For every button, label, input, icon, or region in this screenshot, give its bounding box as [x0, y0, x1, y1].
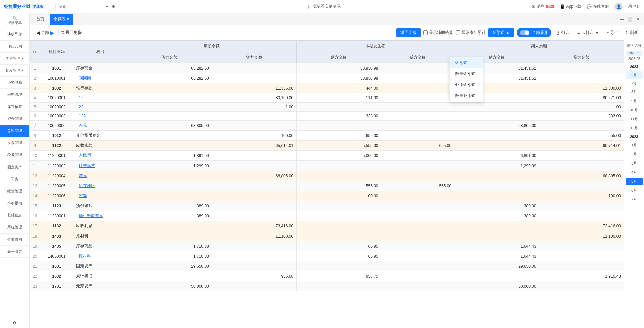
row-name[interactable]: 往来标签 [73, 161, 127, 171]
sidebar-item-capital[interactable]: 资金管理 [0, 113, 29, 125]
month-4[interactable]: 4月 [626, 169, 643, 176]
sidebar-item-tax[interactable]: 税务管理 [0, 149, 29, 161]
month-2[interactable]: 2月 [626, 150, 643, 158]
mode-option-2[interactable]: 数量金额式 [450, 68, 483, 79]
show-helper-checkbox[interactable]: 显示辅助核算 [423, 30, 453, 36]
demo-link[interactable]: 我要看实例演示 [313, 4, 341, 9]
top-bar-left: 畅捷通好业财 专业版 ▼ ⚙ [4, 3, 115, 10]
expand-more-btn[interactable]: ▽ 展开更多 [58, 28, 85, 37]
dropdown-arrow[interactable]: ▼ [105, 4, 109, 9]
row-name[interactable]: 差元 [73, 171, 127, 181]
row-name[interactable]: 人民币 [73, 151, 127, 161]
month-12[interactable]: 12月 [626, 124, 643, 132]
col-settings[interactable]: ⚙ [30, 41, 40, 63]
month-6[interactable]: 6月 [626, 187, 643, 194]
row-name[interactable]: 23 [73, 103, 127, 112]
sales-label: 小畅报销 [7, 201, 22, 205]
sidebar-item-basic[interactable]: 基础信息 [0, 209, 29, 221]
row-name[interactable]: 游戏 [73, 191, 127, 201]
row-cd-credit: 11,100.00 [539, 231, 624, 241]
row-cd-debit [454, 191, 539, 201]
month-1[interactable]: 1月 [626, 141, 643, 149]
month-7[interactable]: 7月 [626, 196, 643, 203]
sidebar-item-retail[interactable]: 零售管理 ▾ [0, 53, 29, 65]
row-num: 3 [30, 83, 40, 93]
sidebar-item-ecommerce[interactable]: 小畅电商 [0, 77, 29, 89]
sidebar-item-coop[interactable]: 企业协同 [0, 234, 29, 246]
mode-option-1[interactable]: 金额式 [450, 57, 483, 68]
all-filter-btn[interactable]: ◀ 全部 ▶ [34, 28, 57, 37]
row-code: 10020002 [40, 103, 73, 112]
row-name: 银行存款 [73, 83, 127, 93]
settings-icon[interactable]: ⚙ [112, 4, 115, 9]
search-input[interactable] [55, 3, 102, 10]
row-name[interactable]: 回回回 [73, 73, 127, 83]
tab-close-window-btn[interactable]: ✕ [635, 16, 641, 23]
tab-yue[interactable]: 余额表 × [50, 14, 73, 25]
sidebar-item-inventory[interactable]: 库存核算 [0, 101, 29, 113]
sidebar-item-system[interactable]: 系统管理 [0, 221, 29, 234]
online-service-btn[interactable]: 💬 在线客服 [587, 4, 609, 9]
show-ytd-checkbox[interactable]: 显示本年累计 [456, 30, 486, 36]
mode-option-3[interactable]: 外币金额式 [450, 79, 483, 90]
row-name[interactable]: 12 [73, 93, 127, 103]
row-name[interactable]: 差元 [73, 121, 127, 131]
row-name[interactable]: 122 [73, 112, 127, 121]
sidebar-item-quicknav[interactable]: 快捷导航 [0, 28, 29, 41]
row-name[interactable]: 原材料 [73, 251, 127, 261]
row-name[interactable]: 预付账款差元 [73, 211, 127, 221]
tab-home[interactable]: 首页 [32, 14, 48, 25]
message-btn[interactable]: ✉ 消息 99+ [532, 4, 554, 9]
month-11[interactable]: 11月 [626, 115, 643, 123]
sidebar-search[interactable]: 🔍 搜索菜单 [0, 13, 29, 28]
expand-all-btn[interactable]: 全部展开 [517, 28, 551, 37]
month-8[interactable]: 8月 [626, 88, 643, 96]
table-row: 23 1701 无形资产 50,000.00 50,000.00 [30, 281, 624, 291]
sidebar-item-invoice[interactable]: 发票管理 [0, 137, 29, 149]
collapse-icon[interactable]: ⊙ [632, 80, 636, 87]
cloud-print-btn[interactable]: ☁ 云打印 ▼ [574, 28, 601, 37]
row-cd-credit [539, 261, 624, 271]
month-9[interactable]: 9月 [626, 97, 643, 105]
row-name[interactable]: 所在地区 [73, 181, 127, 191]
sidebar-item-purchase[interactable]: 采购管理 [0, 89, 29, 101]
month-10[interactable]: 10月 [626, 106, 643, 114]
sidebar-item-ledger[interactable]: 总账管理 [0, 125, 29, 137]
sidebar-item-wholesale[interactable]: 批发管理 ▾ [0, 65, 29, 77]
row-num: 5 [30, 103, 40, 112]
collapse-control: ⊙ [632, 80, 636, 87]
month-3[interactable]: 3月 [626, 159, 643, 167]
row-pd-credit [381, 103, 454, 112]
refresh-btn[interactable]: ↻ 刷新 [623, 28, 640, 37]
row-pd-debit: 333.00 [297, 112, 381, 121]
sidebar-item-sales[interactable]: 小畅报销 [0, 197, 29, 209]
tab-close-btn[interactable]: × [67, 17, 69, 21]
mode-btn[interactable]: 金额式 ▲ [488, 28, 514, 37]
mode-dropdown: 金额式 数量金额式 外币金额式 数量外币式 [449, 57, 483, 102]
sidebar-item-operations[interactable]: 经营管理 [0, 185, 29, 197]
username[interactable]: 用户名 [628, 4, 640, 9]
forward-arrow[interactable]: ▶ [50, 30, 54, 36]
mode-option-4[interactable]: 数量外币式 [450, 90, 483, 102]
table-row: 7 10020006 差元 68,805.00 68,805.00 [30, 121, 624, 131]
print-btn[interactable]: 🖨 打印 [554, 28, 572, 37]
sidebar-item-guide[interactable]: 新手引导 [0, 246, 29, 258]
user-avatar[interactable]: 👤 [614, 3, 623, 11]
month-5[interactable]: 5月 [626, 71, 643, 79]
app-download-btn[interactable]: 📱 App下载 [560, 4, 581, 9]
sidebar-item-payroll[interactable]: 工资 [0, 173, 29, 185]
row-cd-credit [539, 251, 624, 261]
tab-minimize-btn[interactable]: — [619, 16, 625, 23]
col-ob-debit: 借方金额 [127, 52, 212, 63]
sidebar-item-project[interactable]: 项目合同 [0, 41, 29, 53]
sidebar-settings-btn[interactable]: ⚙ [0, 318, 29, 328]
tab-restore-btn[interactable]: ⬜ [627, 16, 633, 23]
row-pd-credit [381, 63, 454, 73]
row-cd-credit: 68,805.00 [539, 171, 624, 181]
export-btn[interactable]: ↗ 导出 [604, 28, 621, 37]
row-ob-debit [127, 103, 212, 112]
row-pd-debit: 111.00 [297, 93, 381, 103]
sidebar-item-assets[interactable]: 固定资产 [0, 161, 29, 173]
back-old-version-btn[interactable]: 返回旧版 [396, 28, 421, 37]
month-5-active[interactable]: 5月 [626, 178, 643, 185]
